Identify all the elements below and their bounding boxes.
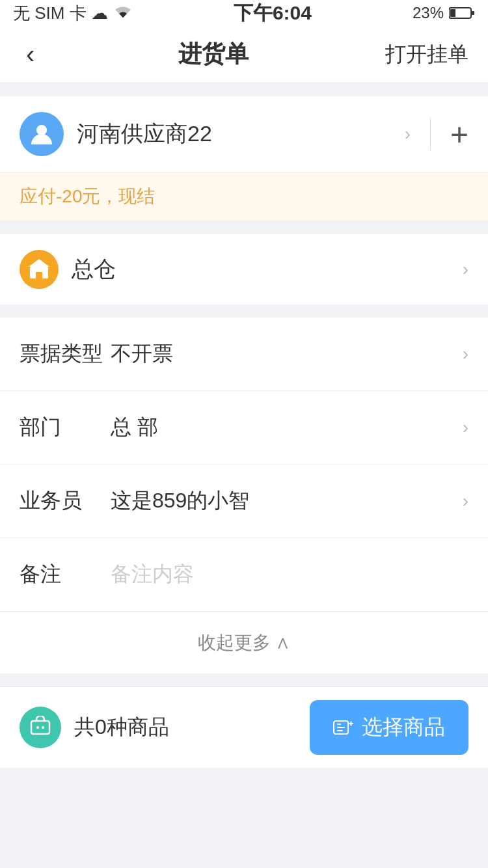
svg-rect-1 bbox=[450, 9, 455, 17]
bottom-bar: 共0种商品 选择商品 bbox=[0, 686, 488, 768]
svg-point-8 bbox=[36, 726, 39, 729]
select-product-label: 选择商品 bbox=[362, 713, 445, 742]
svg-rect-7 bbox=[31, 721, 49, 734]
notice-banner: 应付-20元，现结 bbox=[0, 172, 488, 221]
department-value: 总 部 bbox=[111, 413, 463, 442]
sales-rep-value: 这是859的小智 bbox=[111, 487, 463, 515]
department-row[interactable]: 部门 总 部 › bbox=[0, 391, 488, 465]
supplier-section: 河南供应商22 › + 应付-20元，现结 bbox=[0, 96, 488, 221]
invoice-type-row[interactable]: 票据类型 不开票 › bbox=[0, 318, 488, 391]
supplier-chevron-icon: › bbox=[405, 124, 411, 144]
svg-point-3 bbox=[36, 125, 47, 135]
invoice-chevron-icon: › bbox=[463, 344, 468, 364]
svg-rect-2 bbox=[472, 11, 474, 15]
product-count-icon-wrap bbox=[20, 707, 61, 748]
supplier-row[interactable]: 河南供应商22 › + bbox=[0, 96, 488, 172]
page-title: 进货单 bbox=[178, 38, 249, 70]
top-divider bbox=[0, 83, 488, 96]
warehouse-row[interactable]: 总仓 › bbox=[0, 234, 488, 305]
status-time: 下午6:04 bbox=[234, 0, 312, 27]
svg-point-9 bbox=[42, 726, 44, 729]
separator bbox=[430, 118, 431, 150]
supplier-avatar bbox=[20, 112, 64, 156]
wifi-icon bbox=[113, 6, 133, 20]
sales-rep-chevron-icon: › bbox=[463, 491, 468, 511]
warehouse-icon bbox=[27, 258, 51, 281]
sales-rep-label: 业务员 bbox=[20, 487, 111, 515]
department-chevron-icon: › bbox=[463, 417, 468, 438]
back-button[interactable]: ‹ bbox=[20, 33, 41, 75]
add-supplier-button[interactable]: + bbox=[450, 116, 468, 152]
sales-rep-row[interactable]: 业务员 这是859的小智 › bbox=[0, 465, 488, 538]
remark-placeholder: 备注内容 bbox=[111, 560, 468, 589]
collapse-button[interactable]: 收起更多 ∧ bbox=[0, 612, 488, 673]
invoice-type-label: 票据类型 bbox=[20, 340, 111, 368]
battery-icon bbox=[449, 6, 475, 20]
select-product-button[interactable]: 选择商品 bbox=[310, 700, 468, 755]
select-product-icon bbox=[333, 718, 354, 737]
person-icon bbox=[29, 121, 55, 147]
collapse-label: 收起更多 ∧ bbox=[198, 632, 291, 653]
remark-label: 备注 bbox=[20, 560, 111, 589]
product-count-text: 共0种商品 bbox=[74, 713, 310, 742]
svg-marker-5 bbox=[29, 259, 49, 267]
nav-bar: ‹ 进货单 打开挂单 bbox=[0, 26, 488, 83]
battery-text: 23% bbox=[413, 4, 444, 22]
warehouse-label: 总仓 bbox=[72, 254, 463, 284]
sim-text: 无 SIM 卡 ☁ bbox=[13, 2, 108, 25]
warehouse-chevron-icon: › bbox=[463, 259, 468, 280]
department-label: 部门 bbox=[20, 413, 111, 442]
form-section: 票据类型 不开票 › 部门 总 部 › 业务员 这是859的小智 › 备注 备注… bbox=[0, 318, 488, 673]
cart-icon bbox=[29, 716, 52, 739]
supplier-name: 河南供应商22 bbox=[77, 119, 405, 149]
warehouse-icon-wrap bbox=[20, 250, 59, 289]
status-right: 23% bbox=[413, 4, 475, 22]
svg-rect-6 bbox=[36, 272, 42, 278]
remark-row[interactable]: 备注 备注内容 bbox=[0, 538, 488, 612]
warehouse-section: 总仓 › bbox=[0, 234, 488, 305]
status-left: 无 SIM 卡 ☁ bbox=[13, 2, 133, 25]
notice-text: 应付-20元，现结 bbox=[20, 186, 155, 206]
status-bar: 无 SIM 卡 ☁ 下午6:04 23% bbox=[0, 0, 488, 26]
bottom-empty-area bbox=[0, 768, 488, 868]
invoice-type-value: 不开票 bbox=[111, 340, 463, 368]
open-hang-button[interactable]: 打开挂单 bbox=[385, 40, 468, 69]
